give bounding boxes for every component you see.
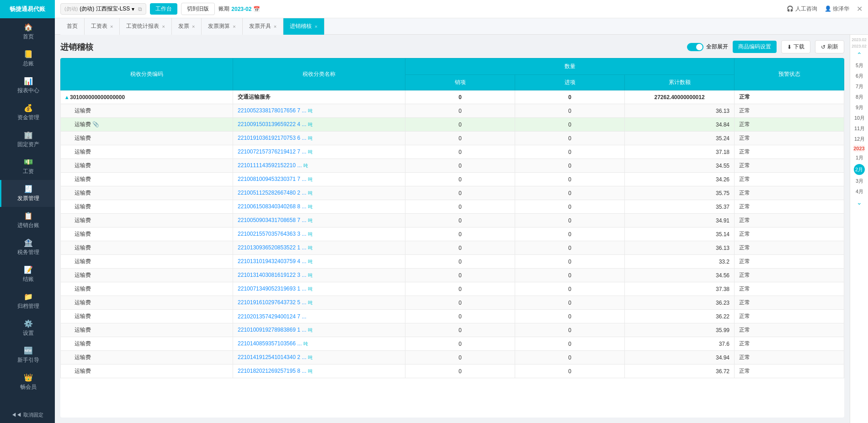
- timeline-active-month[interactable]: 2月: [854, 164, 865, 175]
- col-header-cumulative: 累计数额: [625, 75, 735, 90]
- unit-badge: 吨: [308, 355, 313, 360]
- tab-close-salary[interactable]: ×: [110, 24, 113, 29]
- sidebar-item-reports[interactable]: 📊报表中心: [0, 72, 55, 99]
- cell-warning: 正常: [735, 90, 844, 104]
- cell-invoice-num: 2210201357429400124 7 ...: [233, 310, 405, 323]
- cell-cumulative: 36.23: [625, 296, 735, 310]
- cell-cumulative: 35.14: [625, 227, 735, 241]
- toggle-label: 全部展开: [706, 43, 728, 51]
- toggle-switch[interactable]: [687, 43, 703, 51]
- sidebar-item-sales-ledger[interactable]: 📋进销台账: [0, 207, 55, 234]
- cell-sales: 0: [405, 296, 515, 310]
- cell-warning: 正常: [735, 255, 844, 269]
- expand-toggle[interactable]: 全部展开: [687, 43, 728, 51]
- page-actions: 全部展开 商品编码设置 ⬇ 下载 ↺ 刷新: [687, 40, 844, 53]
- cell-purchase: 0: [515, 159, 625, 173]
- sidebar-item-salary[interactable]: 💵工资: [0, 153, 55, 180]
- sidebar-icon-tax-mgmt: 🏦: [24, 238, 33, 247]
- sidebar-item-member[interactable]: 👑畅会员: [0, 369, 55, 396]
- cell-invoice-num: 2210051125282667480 2 ... 吨: [233, 186, 405, 200]
- user-menu[interactable]: 👤 徐泽华: [825, 5, 849, 13]
- table-row: 运输费 2210201357429400124 7 ... 0 0 36.22 …: [61, 310, 844, 323]
- cell-cumulative: 36.13: [625, 241, 735, 255]
- cell-sales: 0: [405, 200, 515, 214]
- timeline-month-item[interactable]: 11月: [850, 123, 868, 134]
- cell-warning: 正常: [735, 186, 844, 200]
- unit-badge: 吨: [308, 232, 313, 237]
- tab-close-salary-stats[interactable]: ×: [162, 24, 165, 29]
- timeline-month-item[interactable]: 5月: [850, 60, 868, 71]
- timeline-year-header: 2023.02: [852, 43, 867, 49]
- sidebar-item-capital[interactable]: 💰资金管理: [0, 99, 55, 126]
- tab-close-sales-check[interactable]: ×: [314, 24, 317, 29]
- close-button[interactable]: ✕: [857, 5, 863, 13]
- cell-purchase: 0: [515, 269, 625, 282]
- tab-close-invoice[interactable]: ×: [192, 24, 195, 29]
- sidebar-item-invoice-mgmt[interactable]: 🧾发票管理: [0, 180, 55, 207]
- tab-label-invoice: 发票: [178, 22, 189, 30]
- timeline-month-item[interactable]: 12月: [850, 134, 868, 144]
- tab-invoice-calc[interactable]: 发票测算×: [202, 18, 242, 35]
- tabbar: 首页工资表×工资统计报表×发票×发票测算×发票开具×进销稽核×: [55, 18, 868, 35]
- calendar-icon[interactable]: 📅: [253, 6, 260, 12]
- cell-tax-name: 运输费: [61, 351, 233, 365]
- cell-purchase: 0: [515, 186, 625, 200]
- timeline-month-item[interactable]: 8月: [850, 92, 868, 102]
- cell-sales: 0: [405, 310, 515, 323]
- collapse-icon[interactable]: ▴: [65, 94, 68, 100]
- tab-salary-stats[interactable]: 工资统计报表×: [120, 18, 171, 35]
- cell-tax-name: 运输费: [61, 241, 233, 255]
- sidebar-item-settlement[interactable]: 📝结账: [0, 261, 55, 288]
- timeline-month-item[interactable]: 1月: [850, 153, 868, 163]
- support-button[interactable]: 🎧 人工咨询: [787, 5, 817, 13]
- cell-sales: 0: [405, 337, 515, 351]
- timeline-scroll-down[interactable]: ⌄: [855, 197, 864, 208]
- workbench-button[interactable]: 工作台: [150, 3, 177, 15]
- timeline-scroll-up[interactable]: ⌃: [855, 49, 864, 60]
- cell-warning: 正常: [735, 145, 844, 159]
- company-selector[interactable]: (勿动) (勿动) 江西报宝-LSS ▾ ⧉: [60, 3, 146, 15]
- cell-tax-name: 运输费: [61, 186, 233, 200]
- data-table: 税收分类编码 税收分类名称 数量 预警状态 销项 进项 累计数额: [60, 58, 844, 378]
- topbar: (勿动) (勿动) 江西报宝-LSS ▾ ⧉ 工作台 切到旧版 账期 2023-…: [55, 0, 868, 18]
- cell-tax-name: 运输费: [61, 214, 233, 227]
- tab-close-invoice-calc[interactable]: ×: [233, 24, 235, 29]
- download-button[interactable]: ⬇ 下载: [781, 40, 810, 53]
- sidebar-item-home[interactable]: 🏠首页: [0, 18, 55, 45]
- sidebar-item-ledger[interactable]: 📒总账: [0, 45, 55, 72]
- cell-sales: 0: [405, 118, 515, 132]
- col-header-tax-name: 税收分类名称: [233, 58, 405, 90]
- pin-button[interactable]: ◀◀ 取消固定: [0, 407, 55, 423]
- timeline-active-year[interactable]: 2023: [853, 145, 864, 152]
- sidebar-item-fixed-assets[interactable]: 🏢固定资产: [0, 126, 55, 153]
- cell-warning: 正常: [735, 310, 844, 323]
- timeline-month-item[interactable]: 3月: [850, 176, 868, 186]
- sidebar-icon-ledger: 📒: [24, 50, 33, 58]
- cell-invoice-num: 2210131403081619122 3 ... 吨: [233, 269, 405, 282]
- tab-invoice-open[interactable]: 发票开具×: [243, 18, 283, 35]
- tab-invoice[interactable]: 发票×: [172, 18, 202, 35]
- cell-sales: 0: [405, 365, 515, 378]
- timeline-month-item[interactable]: 10月: [850, 113, 868, 123]
- sidebar-item-settings[interactable]: ⚙️设置: [0, 315, 55, 342]
- timeline-month-item[interactable]: 7月: [850, 81, 868, 92]
- cell-tax-name: 交通运输服务: [233, 90, 405, 104]
- settings-button[interactable]: 商品编码设置: [733, 41, 777, 53]
- switch-version-button[interactable]: 切到旧版: [181, 3, 215, 15]
- tab-salary[interactable]: 工资表×: [85, 18, 120, 35]
- cell-invoice-num: 2210130936520853522 1 ... 吨: [233, 241, 405, 255]
- copy-icon[interactable]: ⧉: [138, 6, 142, 12]
- tab-home[interactable]: 首页: [60, 18, 85, 35]
- refresh-button[interactable]: ↺ 刷新: [815, 40, 844, 53]
- table-row: 运输费 2210191036192170753 6 ... 吨 0 0 35.2…: [61, 132, 844, 145]
- sidebar-item-tax-mgmt[interactable]: 🏦税务管理: [0, 234, 55, 261]
- main-area: (勿动) (勿动) 江西报宝-LSS ▾ ⧉ 工作台 切到旧版 账期 2023-…: [55, 0, 868, 423]
- tab-close-invoice-open[interactable]: ×: [274, 24, 277, 29]
- sidebar-item-archive[interactable]: 📁归档管理: [0, 288, 55, 315]
- timeline-month-item[interactable]: 4月: [850, 186, 868, 197]
- timeline-month-item[interactable]: 9月: [850, 102, 868, 113]
- sidebar-item-guide[interactable]: 🆕新手引导: [0, 342, 55, 369]
- tab-sales-check[interactable]: 进销稽核×: [283, 18, 324, 35]
- timeline-month-item[interactable]: 6月: [850, 71, 868, 81]
- cell-cumulative: 35.99: [625, 323, 735, 337]
